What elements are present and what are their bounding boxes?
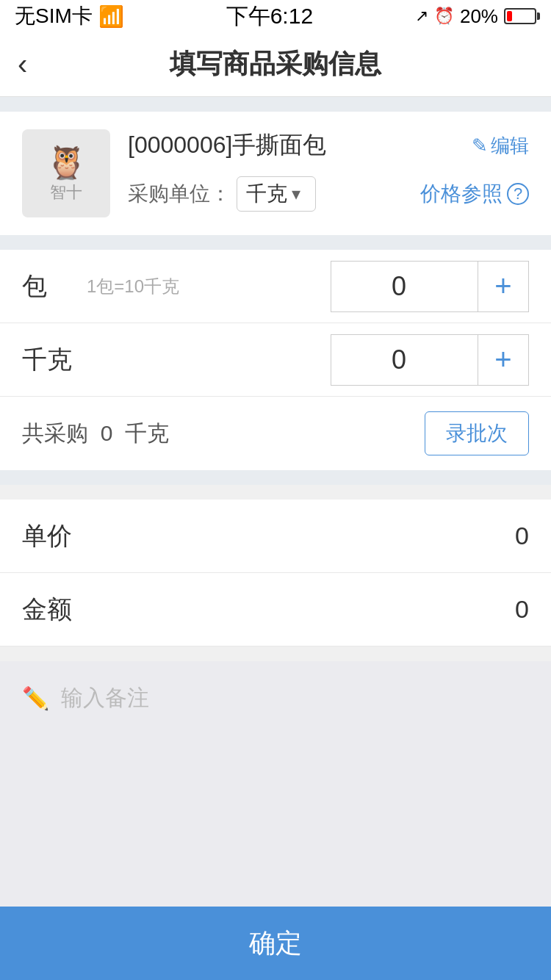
battery-icon <box>504 8 536 24</box>
batch-button[interactable]: 录批次 <box>425 411 529 455</box>
kg-input-row: 千克 + <box>0 323 551 397</box>
nav-bar: ‹ 填写商品采购信息 <box>0 32 551 97</box>
top-divider <box>0 97 551 112</box>
kg-quantity-input[interactable] <box>331 334 478 386</box>
kg-plus-button[interactable]: + <box>478 334 529 386</box>
bag-label: 包 <box>22 270 81 303</box>
bag-quantity-input[interactable] <box>331 261 478 312</box>
confirm-button[interactable]: 确定 <box>0 907 551 980</box>
status-time: 下午6:12 <box>226 1 313 32</box>
edit-icon: ✎ <box>472 134 488 157</box>
status-left: 无SIM卡 📶 <box>15 2 124 30</box>
note-section[interactable]: ✏️ 输入备注 <box>0 661 551 735</box>
location-icon: ↗ <box>415 7 428 26</box>
unit-value: 千克 <box>246 180 287 208</box>
status-bar: 无SIM卡 📶 下午6:12 ↗ ⏰ 20% <box>0 0 551 32</box>
wifi-icon: 📶 <box>98 4 124 29</box>
kg-input-right: + <box>331 334 529 386</box>
price-ref-help-icon: ? <box>507 183 529 205</box>
summary-row: 共采购 0 千克 录批次 <box>0 397 551 470</box>
unit-select[interactable]: 千克 ▾ <box>237 176 316 212</box>
product-name-row: [0000006]手撕面包 ✎ 编辑 <box>128 129 529 162</box>
amount-row: 金额 0 <box>0 573 551 646</box>
status-right: ↗ ⏰ 20% <box>415 5 536 28</box>
price-ref-button[interactable]: 价格参照 ? <box>420 180 529 208</box>
unit-price-value: 0 <box>515 522 529 550</box>
page-title: 填写商品采购信息 <box>170 46 381 82</box>
edit-label: 编辑 <box>491 133 529 159</box>
note-pencil-icon: ✏️ <box>22 685 49 711</box>
edit-button[interactable]: ✎ 编辑 <box>472 133 529 159</box>
alarm-icon: ⏰ <box>434 7 454 26</box>
product-info: [0000006]手撕面包 ✎ 编辑 采购单位： 千克 ▾ 价格参照 ? <box>128 129 529 212</box>
summary-unit: 千克 <box>125 421 169 445</box>
note-placeholder: 输入备注 <box>61 683 149 713</box>
amount-label: 金额 <box>22 593 72 627</box>
unit-row: 采购单位： 千克 ▾ 价格参照 ? <box>128 176 529 212</box>
unit-price-label: 单价 <box>22 519 72 553</box>
back-button[interactable]: ‹ <box>18 48 27 81</box>
unit-dropdown-arrow: ▾ <box>292 184 300 204</box>
product-owl-icon: 🦉 <box>46 143 87 181</box>
battery-percentage: 20% <box>460 5 498 28</box>
unit-price-row: 单价 0 <box>0 500 551 573</box>
summary-label: 共采购 <box>22 421 88 445</box>
bag-input-row: 包 1包=10千克 + <box>0 250 551 323</box>
price-ref-label: 价格参照 <box>420 180 503 208</box>
mid-divider-2 <box>0 470 551 485</box>
mid-divider-1 <box>0 235 551 250</box>
carrier-label: 无SIM卡 <box>15 2 93 30</box>
summary-amount: 0 <box>101 421 113 445</box>
summary-text: 共采购 0 千克 <box>22 419 169 449</box>
bag-plus-button[interactable]: + <box>478 261 529 312</box>
product-full-name: [0000006]手撕面包 <box>128 129 326 162</box>
bag-input-right: + <box>331 261 529 312</box>
product-card: 🦉 智十 [0000006]手撕面包 ✎ 编辑 采购单位： 千克 ▾ 价格参照 … <box>0 112 551 235</box>
input-section: 包 1包=10千克 + 千克 + <box>0 250 551 397</box>
battery-fill <box>507 11 512 21</box>
kg-label: 千克 <box>22 343 81 377</box>
amount-value: 0 <box>515 595 529 624</box>
product-thumb-label: 智十 <box>50 181 82 203</box>
bag-sublabel: 1包=10千克 <box>87 275 331 298</box>
product-thumbnail: 🦉 智十 <box>22 129 110 217</box>
price-section: 单价 0 金额 0 <box>0 500 551 646</box>
unit-label: 采购单位： <box>128 180 231 208</box>
